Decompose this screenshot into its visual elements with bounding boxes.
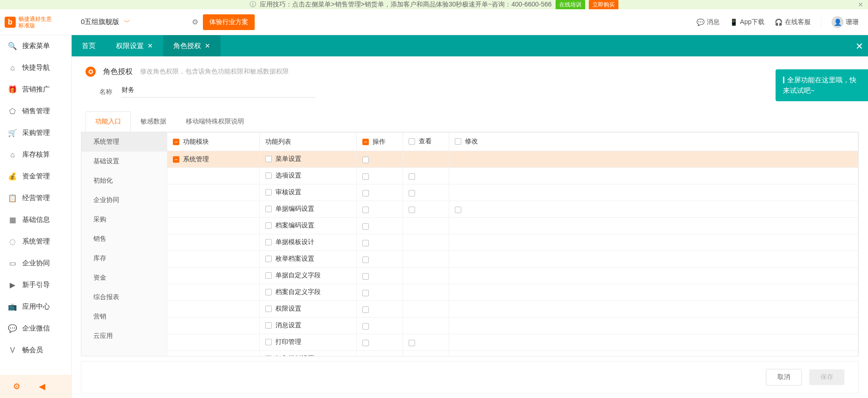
sidebar-basedata[interactable]: ▦基础信息 bbox=[0, 209, 71, 231]
tab-权限设置[interactable]: 权限设置✕ bbox=[106, 35, 163, 56]
checkbox-mod-all[interactable] bbox=[455, 138, 461, 145]
sidebar-quicknav[interactable]: ⌂快捷导航 bbox=[0, 57, 71, 79]
info-icon: ⓘ bbox=[250, 0, 256, 9]
tab-角色授权[interactable]: 角色授权✕ bbox=[163, 35, 220, 56]
sidebar-collab[interactable]: ▭企业协同 bbox=[0, 252, 71, 274]
checkbox-view[interactable] bbox=[409, 190, 415, 196]
sidebar-quicknav-icon: ⌂ bbox=[8, 64, 17, 72]
sidebar-guide[interactable]: ▶新手引导 bbox=[0, 274, 71, 296]
checkbox-group[interactable]: − bbox=[173, 156, 179, 163]
sidebar-appcenter[interactable]: 📺应用中心 bbox=[0, 296, 71, 318]
checkbox-op[interactable] bbox=[362, 257, 369, 263]
train-button[interactable]: 在线培训 bbox=[556, 0, 585, 9]
permission-grid-wrap[interactable]: −功能模块 功能列表 −操作 查看 修改 −系统管理 菜单设置 选项设置 审核设… bbox=[167, 132, 858, 356]
checkbox-row[interactable] bbox=[265, 206, 272, 212]
checkbox-row[interactable] bbox=[265, 239, 272, 245]
checkbox-op[interactable] bbox=[362, 173, 369, 180]
checkbox-op[interactable] bbox=[362, 190, 369, 196]
org-name: 0五组旗舰版 bbox=[81, 18, 119, 26]
category-item[interactable]: 系统管理 bbox=[81, 132, 167, 152]
sidebar-system[interactable]: ◌系统管理 bbox=[0, 231, 71, 252]
checkbox-op[interactable] bbox=[362, 157, 369, 163]
fullscreen-tip[interactable]: 全屏功能在这里哦，快来试试吧~ bbox=[776, 69, 868, 101]
category-item[interactable]: 初始化 bbox=[81, 171, 167, 190]
checkbox-op[interactable] bbox=[362, 290, 369, 296]
checkbox-op[interactable] bbox=[362, 306, 369, 313]
checkbox-row[interactable] bbox=[265, 355, 272, 356]
inner-tab-1[interactable]: 敏感数据 bbox=[131, 111, 176, 132]
sidebar-member[interactable]: V畅会员 bbox=[0, 339, 71, 361]
tab-首页[interactable]: 首页 bbox=[72, 35, 106, 56]
sidebar-member-label: 畅会员 bbox=[22, 346, 43, 355]
header-right: 💬 消息 📱 App下载 🎧 在线客服 👤 珊珊 bbox=[697, 16, 868, 28]
app-download-link[interactable]: 📱 App下载 bbox=[730, 18, 764, 26]
experience-button[interactable]: 体验行业方案 bbox=[203, 14, 255, 30]
category-item[interactable]: 采购 bbox=[81, 210, 167, 229]
user-menu[interactable]: 👤 珊珊 bbox=[831, 16, 859, 28]
row-name: 枚举档案设置 bbox=[275, 255, 314, 263]
sidebar-funds[interactable]: 💰资金管理 bbox=[0, 165, 71, 187]
category-item[interactable]: 资金 bbox=[81, 268, 167, 288]
checkbox-view[interactable] bbox=[409, 340, 415, 346]
checkbox-op[interactable] bbox=[362, 340, 369, 346]
category-item[interactable]: 云应用 bbox=[81, 326, 167, 346]
tab-close-icon[interactable]: ✕ bbox=[205, 42, 210, 49]
checkbox-module-all[interactable]: − bbox=[173, 139, 179, 145]
checkbox-op-all[interactable]: − bbox=[362, 139, 369, 145]
tabbar-close-icon[interactable]: ✕ bbox=[856, 41, 863, 52]
checkbox-mod[interactable] bbox=[455, 207, 461, 213]
checkbox-op[interactable] bbox=[362, 207, 369, 213]
checkbox-row[interactable] bbox=[265, 322, 272, 329]
category-item[interactable]: 综合报表 bbox=[81, 288, 167, 307]
checkbox-row[interactable] bbox=[265, 172, 272, 179]
checkbox-view[interactable] bbox=[409, 207, 415, 213]
category-item[interactable]: 企业协同 bbox=[81, 190, 167, 210]
brand-line2: 标准版 bbox=[18, 22, 52, 29]
sidebar-sales[interactable]: ⬠销售管理 bbox=[0, 100, 71, 122]
checkbox-row[interactable] bbox=[265, 306, 272, 312]
checkbox-row[interactable] bbox=[265, 272, 272, 279]
table-row: 打印管理 bbox=[167, 334, 858, 351]
messages-link[interactable]: 💬 消息 bbox=[697, 18, 720, 26]
promo-close-icon[interactable]: ✕ bbox=[858, 1, 863, 8]
checkbox-op[interactable] bbox=[362, 273, 369, 280]
sidebar-operation-label: 经营管理 bbox=[22, 194, 50, 202]
checkbox-op[interactable] bbox=[362, 240, 369, 246]
collapse-icon[interactable]: ◀ bbox=[39, 381, 45, 392]
customer-service-link[interactable]: 🎧 在线客服 bbox=[775, 18, 811, 26]
checkbox-row[interactable] bbox=[265, 156, 272, 162]
sidebar-wechat[interactable]: 💬企业微信 bbox=[0, 318, 71, 339]
org-selector[interactable]: 0五组旗舰版 ﹀ bbox=[72, 18, 192, 26]
sidebar-bottom-tray: ⚙ ◀ bbox=[0, 375, 71, 398]
checkbox-row[interactable] bbox=[265, 339, 272, 345]
inner-tab-0[interactable]: 功能入口 bbox=[86, 111, 131, 132]
checkbox-op[interactable] bbox=[362, 323, 369, 330]
checkbox-row[interactable] bbox=[265, 256, 272, 262]
category-item[interactable]: 销售 bbox=[81, 229, 167, 249]
sidebar-purchase[interactable]: 🛒采购管理 bbox=[0, 122, 71, 144]
checkbox-op[interactable] bbox=[362, 223, 369, 230]
sidebar-sales-icon: ⬠ bbox=[8, 107, 17, 116]
sidebar-marketing[interactable]: 🎁营销推广 bbox=[0, 79, 71, 100]
settings-gear-icon[interactable]: ⚙ bbox=[13, 381, 20, 392]
row-name: 选项设置 bbox=[275, 171, 301, 180]
sidebar-search[interactable]: 🔍搜索菜单 bbox=[0, 35, 71, 57]
cancel-button[interactable]: 取消 bbox=[766, 369, 802, 386]
sidebar-operation[interactable]: 📋经营管理 bbox=[0, 187, 71, 209]
sidebar-inventory[interactable]: ⌂库存核算 bbox=[0, 144, 71, 165]
tip-bar-icon bbox=[783, 77, 784, 83]
tab-close-icon[interactable]: ✕ bbox=[147, 42, 153, 49]
category-item[interactable]: 库存 bbox=[81, 249, 167, 268]
user-name: 珊珊 bbox=[846, 18, 859, 26]
checkbox-view[interactable] bbox=[409, 173, 415, 180]
checkbox-row[interactable] bbox=[265, 189, 272, 196]
gear-icon[interactable]: ⚙ bbox=[192, 18, 198, 26]
category-item[interactable]: 营销 bbox=[81, 307, 167, 326]
buy-button[interactable]: 立即购买 bbox=[589, 0, 618, 9]
checkbox-view-all[interactable] bbox=[409, 138, 415, 145]
checkbox-row[interactable] bbox=[265, 222, 272, 229]
category-item[interactable]: 基础设置 bbox=[81, 152, 167, 171]
inner-tab-2[interactable]: 移动端特殊权限说明 bbox=[176, 111, 254, 132]
checkbox-row[interactable] bbox=[265, 289, 272, 295]
sidebar-system-icon: ◌ bbox=[8, 238, 17, 246]
